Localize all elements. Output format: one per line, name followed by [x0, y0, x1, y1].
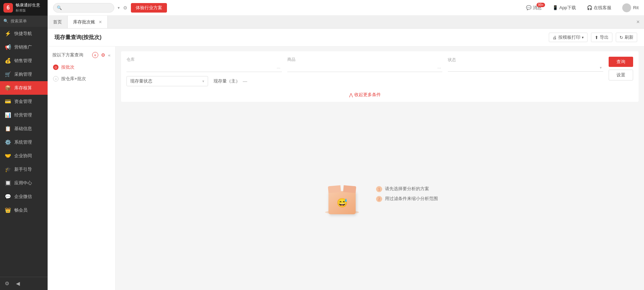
app-version: 标准版: [16, 8, 40, 13]
empty-state: 😅 1 请先选择要分析的方案 2 用过滤条件来缩小分析范围: [121, 106, 639, 285]
basic-icon: 📋: [5, 126, 11, 132]
sidebar-item-label: 销售管理: [14, 58, 32, 64]
search-label: 搜索菜单: [11, 18, 27, 24]
add-scheme-icon[interactable]: +: [92, 52, 98, 58]
sidebar-item-enterprise[interactable]: 🤝 企业协同: [0, 149, 48, 163]
message-icon: 💬: [526, 5, 531, 10]
query-button[interactable]: 查询: [609, 57, 633, 67]
sidebar-item-finance[interactable]: 💳 资金管理: [0, 95, 48, 108]
inventory-quantity-label: 现存量（主）: [214, 78, 240, 84]
online-support-btn[interactable]: 🎧 在线客服: [587, 5, 611, 11]
phone-icon: 📱: [553, 5, 558, 10]
tab-inventory-batch[interactable]: 库存批次账 ✕: [68, 16, 108, 28]
online-support-label: 在线客服: [594, 5, 611, 11]
status-input[interactable]: ▾: [448, 64, 603, 72]
sidebar-item-operations[interactable]: 📊 经营管理: [0, 108, 48, 122]
sidebar-item-apps[interactable]: 🔲 应用中心: [0, 176, 48, 190]
inventory-quantity-dash: —: [243, 79, 247, 84]
sidebar-item-system[interactable]: ⚙️ 系统管理: [0, 135, 48, 149]
step1-text: 请先选择要分析的方案: [385, 186, 429, 192]
tabbar: 首页 库存批次账 ✕ ✕: [48, 16, 644, 29]
tab-home-label: 首页: [53, 19, 62, 25]
print-icon: 🖨: [553, 35, 557, 40]
tab-home[interactable]: 首页: [48, 16, 68, 28]
collapse-sidebar-icon[interactable]: ◀: [16, 280, 20, 287]
sidebar-item-label: 采购管理: [14, 71, 32, 77]
product-input[interactable]: ···: [287, 64, 443, 72]
messages-btn[interactable]: 💬 消息 99+: [526, 5, 542, 11]
status-field: 状态 ▾: [448, 57, 603, 72]
empty-text: 1 请先选择要分析的方案 2 用过滤条件来缩小分析范围: [376, 186, 438, 205]
filter-panel-header: 按以下方案查询 + ⚙ «: [48, 50, 115, 61]
close-panel-btn[interactable]: ✕: [632, 16, 644, 28]
sidebar-item-inventory[interactable]: 📦 库存核算: [0, 81, 48, 95]
sidebar-item-quick-nav[interactable]: ⚡ 快捷导航: [0, 27, 48, 40]
refresh-btn-label: 刷新: [625, 34, 633, 40]
filter-row-2: 现存量状态 ▾ 现存量（主） —: [126, 76, 603, 86]
print-btn[interactable]: 🖨 按模板打印 ▾: [549, 33, 588, 42]
product-field: 商品 ···: [287, 57, 443, 72]
warehouse-field: 仓库 ···: [126, 57, 282, 72]
company-name: 畅康通好生意: [16, 3, 40, 8]
product-label: 商品: [287, 57, 443, 62]
sidebar-item-purchase[interactable]: 🛒 采购管理: [0, 68, 48, 81]
sidebar-item-newbie[interactable]: 🎓 新手引导: [0, 163, 48, 176]
sidebar-item-label: 系统管理: [14, 139, 32, 145]
sidebar-item-basic[interactable]: 📋 基础信息: [0, 122, 48, 135]
sidebar: 6 畅康通好生意 标准版 🔍 搜索菜单 ⚡ 快捷导航 📢 营销推广 💰 销售管理…: [0, 0, 48, 290]
sidebar-item-label: 企业协同: [14, 153, 32, 159]
sidebar-item-label: 经营管理: [14, 112, 32, 118]
filter-dot-inactive: ○: [53, 76, 58, 81]
filter-item-by-batch[interactable]: ⊙ 按批次: [48, 61, 115, 73]
empty-illustration: 😅: [322, 177, 362, 214]
headset-icon: 🎧: [587, 5, 592, 10]
user-menu[interactable]: Rit: [622, 3, 639, 12]
app-download-btn[interactable]: 📱 App下载: [553, 5, 576, 11]
filter-item-by-warehouse-batch[interactable]: ○ 按仓库+批次: [48, 73, 115, 85]
print-dropdown-icon[interactable]: ▾: [582, 35, 584, 40]
settings-icon[interactable]: ⚙: [5, 280, 9, 287]
filter-item-label: 按批次: [61, 64, 74, 70]
sidebar-item-label: 新手引导: [14, 166, 32, 173]
settings-gear-icon[interactable]: ⚙: [123, 5, 128, 11]
warehouse-dots: ···: [277, 65, 281, 70]
inventory-status-select[interactable]: 现存量状态 ▾: [126, 76, 208, 86]
search-icon: 🔍: [3, 19, 9, 23]
set-button[interactable]: 设置: [609, 70, 633, 80]
main-body: 按以下方案查询 + ⚙ « ⊙ 按批次 ○ 按仓库+批次: [48, 47, 644, 290]
content-area: 现存量查询(按批次) 🖨 按模板打印 ▾ ⬆ 导出 ↻ 刷新: [48, 29, 644, 290]
sidebar-search[interactable]: 🔍 搜索菜单: [0, 16, 48, 27]
user-avatar: [622, 3, 631, 12]
collapse-btn[interactable]: ⋀ 收起更多条件: [126, 90, 603, 99]
sidebar-item-label: 应用中心: [14, 180, 32, 186]
search-icon: 🔍: [57, 5, 62, 10]
topbar: 🔍 ▾ ⚙ 体验行业方案 💬 消息 99+ 📱 App下载 🎧 在线客服: [48, 0, 644, 16]
page-title: 现存量查询(按批次): [54, 34, 102, 41]
tab-close-icon[interactable]: ✕: [99, 20, 102, 24]
settings-scheme-icon[interactable]: ⚙: [101, 52, 105, 58]
inventory-status-label: 现存量状态: [130, 78, 152, 84]
app-download-label: App下载: [559, 5, 576, 11]
system-icon: ⚙️: [5, 139, 11, 145]
sidebar-item-marketing[interactable]: 📢 营销推广: [0, 40, 48, 54]
messages-badge: 99+: [537, 3, 545, 7]
refresh-btn[interactable]: ↻ 刷新: [616, 33, 637, 42]
topbar-search-box: 🔍: [53, 3, 114, 13]
warehouse-input[interactable]: ···: [126, 64, 282, 72]
export-btn[interactable]: ⬆ 导出: [591, 33, 612, 42]
sidebar-item-label: 基础信息: [14, 126, 32, 132]
topbar-right: 💬 消息 99+ 📱 App下载 🎧 在线客服 Rit: [526, 3, 639, 12]
export-btn-label: 导出: [600, 34, 609, 40]
form-buttons: 查询 设置: [609, 57, 633, 80]
sidebar-item-wechat[interactable]: 💬 企业微信: [0, 190, 48, 203]
sidebar-item-vip[interactable]: 👑 畅会员: [0, 203, 48, 217]
dropdown-icon[interactable]: ▾: [118, 5, 120, 10]
step2-text: 用过滤条件来缩小分析范围: [385, 196, 438, 202]
wechat-icon: 💬: [5, 194, 11, 200]
sidebar-item-sales[interactable]: 💰 销售管理: [0, 54, 48, 68]
experience-btn[interactable]: 体验行业方案: [131, 3, 167, 13]
filter-row-1: 仓库 ··· 商品: [126, 57, 603, 72]
page-actions: 🖨 按模板打印 ▾ ⬆ 导出 ↻ 刷新: [549, 33, 637, 42]
filter-item-label: 按仓库+批次: [61, 76, 86, 82]
collapse-filter-icon[interactable]: «: [108, 53, 111, 58]
